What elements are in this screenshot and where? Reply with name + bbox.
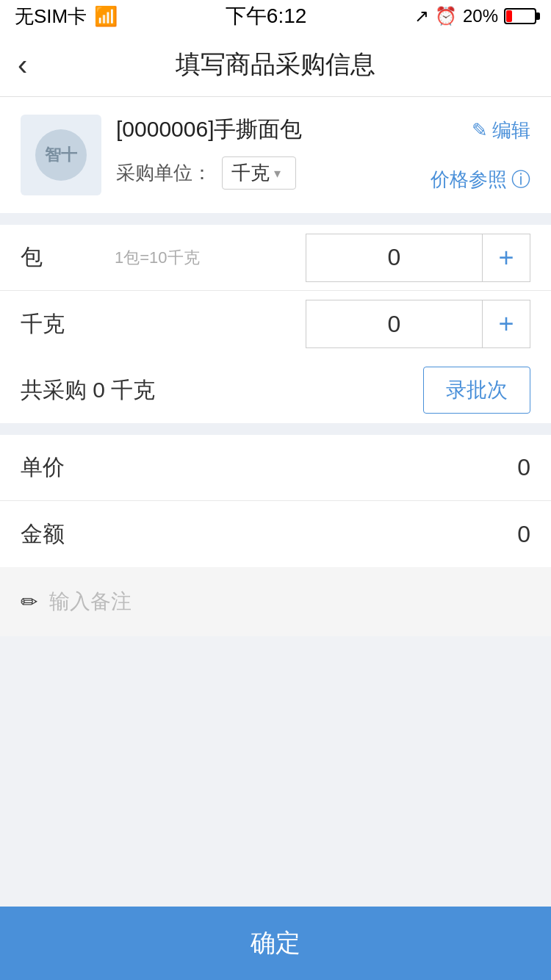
alarm-icon: ⏰ [435,6,457,26]
unit-price-row: 单价 0 [0,435,551,501]
bao-sublabel: 1包=10千克 [115,247,200,269]
price-ref-label: 价格参照 [431,167,507,192]
kg-input-group: + [306,300,530,348]
battery-icon [504,8,536,24]
unit-value: 千克 [231,160,270,186]
status-bar: 无SIM卡 📶 下午6:12 ↗ ⏰ 20% [0,0,551,32]
edit-button[interactable]: ✎ 编辑 [472,118,530,143]
bottom-bar: 确定 [0,907,551,980]
edit-label: 编辑 [492,118,530,143]
note-placeholder: 输入备注 [49,588,132,616]
unit-selector[interactable]: 千克 ▾ [222,156,296,190]
summary-text: 共采购 0 千克 [21,375,155,406]
kg-row: 千克 + [0,291,551,357]
amount-label: 金额 [21,519,65,550]
carrier-text: 无SIM卡 [15,4,87,29]
status-time: 下午6:12 [226,2,307,30]
wifi-icon: 📶 [94,5,118,28]
product-name: [0000006]手撕面包 [116,115,530,145]
help-icon: ⓘ [511,167,530,192]
kg-plus-button[interactable]: + [482,300,530,348]
divider-1 [0,213,551,225]
kg-label: 千克 [21,309,109,339]
back-button[interactable]: ‹ [18,48,27,81]
dropdown-arrow-icon: ▾ [274,165,281,181]
nav-bar: ‹ 填写商品采购信息 [0,32,551,97]
unit-price-value: 0 [517,454,530,481]
divider-2 [0,423,551,435]
product-image: 智十 [21,115,101,195]
note-icon: ✏ [21,590,37,614]
summary-value: 0 [93,378,105,402]
confirm-button[interactable]: 确定 [251,926,300,960]
note-section[interactable]: ✏ 输入备注 [0,567,551,636]
battery-text: 20% [463,6,498,26]
summary-row: 共采购 0 千克 录批次 [0,357,551,423]
unit-label: 采购单位： [116,160,212,186]
summary-label: 共采购 [21,378,87,402]
bao-input-group: + [306,234,530,282]
page-title: 填写商品采购信息 [176,48,375,82]
main-content: 智十 [0000006]手撕面包 采购单位： 千克 ▾ ✎ 编辑 价格参照 ⓘ … [0,97,551,857]
product-thumbnail: 智十 [35,129,87,181]
edit-icon: ✎ [472,119,488,142]
location-icon: ↗ [414,6,429,26]
unit-price-label: 单价 [21,453,65,483]
bao-label: 包 [21,242,109,273]
amount-row: 金额 0 [0,501,551,567]
bao-row: 包 1包=10千克 + [0,225,551,291]
summary-unit: 千克 [111,378,155,402]
spacer [0,636,551,857]
quantity-form: 包 1包=10千克 + 千克 + [0,225,551,357]
price-section: 单价 0 金额 0 [0,435,551,567]
product-card: 智十 [0000006]手撕面包 采购单位： 千克 ▾ ✎ 编辑 价格参照 ⓘ [0,97,551,213]
amount-value: 0 [517,521,530,548]
status-right: ↗ ⏰ 20% [414,6,536,26]
status-left: 无SIM卡 📶 [15,4,118,29]
bao-input[interactable] [306,234,482,282]
bao-plus-button[interactable]: + [482,234,530,282]
batch-button[interactable]: 录批次 [423,367,530,414]
price-reference-button[interactable]: 价格参照 ⓘ [431,167,530,192]
kg-input[interactable] [306,300,482,348]
